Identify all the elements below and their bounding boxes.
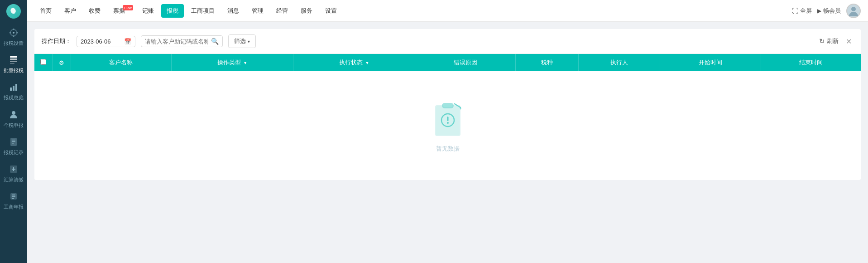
nav-item-guanli[interactable]: 管理 xyxy=(246,4,269,18)
sidebar-item-baoshui-zonlan[interactable]: 报税总览 xyxy=(0,77,27,104)
empty-state-illustration xyxy=(430,98,466,139)
refresh-label: 刷新 xyxy=(827,37,839,45)
date-picker[interactable]: 📅 xyxy=(77,36,135,47)
exec-status-sort-icon: ▼ xyxy=(365,61,369,65)
main-content: 首页 客户 收费 票据 new 记账 报税 工商项目 消息 管理 经营 服务 设… xyxy=(27,0,868,263)
th-customer-name: 客户名称 xyxy=(71,54,171,71)
th-operation-type[interactable]: 操作类型 ▼ xyxy=(171,54,293,71)
piaoju-badge: new xyxy=(123,5,133,11)
svg-rect-16 xyxy=(12,198,14,199)
svg-rect-11 xyxy=(12,143,14,144)
user-avatar[interactable] xyxy=(846,4,861,18)
video-icon: ▶ xyxy=(817,8,821,14)
annual-report-icon xyxy=(7,190,20,203)
sidebar-item-piliang-baoshui[interactable]: 批量报税 xyxy=(0,50,27,77)
sidebar-item-baoshui-jilu[interactable]: 报税记录 xyxy=(0,132,27,159)
topnav-right: ⛶ 全屏 ▶ 畅会员 xyxy=(792,4,861,18)
svg-rect-5 xyxy=(13,86,14,91)
svg-rect-24 xyxy=(447,117,448,121)
nav-item-shezhi[interactable]: 设置 xyxy=(320,4,342,18)
user-icon xyxy=(847,5,860,17)
nav-item-baoshui[interactable]: 报税 xyxy=(161,4,184,18)
sidebar-item-label-baoshui-zonlan: 报税总览 xyxy=(4,95,24,101)
sidebar-item-label-baoshui-jilu: 报税记录 xyxy=(4,150,24,156)
app-logo[interactable] xyxy=(0,0,27,23)
nav-items: 首页 客户 收费 票据 new 记账 报税 工商项目 消息 管理 经营 服务 设… xyxy=(34,4,792,18)
nav-item-jizhang[interactable]: 记账 xyxy=(137,4,159,18)
svg-rect-10 xyxy=(12,141,15,142)
refresh-icon: ↻ xyxy=(819,37,825,45)
nav-item-xiaoxi[interactable]: 消息 xyxy=(222,4,245,18)
logo-circle xyxy=(6,4,21,19)
sidebar-item-label-huisuan-qingjiao: 汇算清缴 xyxy=(4,177,24,183)
search-input[interactable] xyxy=(145,38,208,45)
nav-item-jingying[interactable]: 经营 xyxy=(271,4,293,18)
svg-rect-14 xyxy=(12,195,15,195)
sidebar-item-label-piliang-baoshui: 批量报税 xyxy=(4,68,24,73)
data-table-wrap: ⚙ 客户名称 操作类型 ▼ 执行状态 xyxy=(34,54,861,180)
nav-item-shoufei[interactable]: 收费 xyxy=(83,4,106,18)
search-icon[interactable]: 🔍 xyxy=(211,38,219,45)
content-card: 操作日期： 📅 🔍 筛选 ▾ ↻ xyxy=(34,29,861,180)
filter-label: 筛选 xyxy=(234,37,246,45)
th-end-time: 结束时间 xyxy=(761,54,861,71)
sidebar-item-geshui-shenbao[interactable]: 个税申报 xyxy=(0,105,27,132)
sidebar-item-label-baoshui-shezhi: 报税设置 xyxy=(4,40,24,46)
empty-state: 暂无数据 xyxy=(34,71,861,180)
empty-text: 暂无数据 xyxy=(436,145,460,153)
sidebar-item-gongshang-nianbao[interactable]: 工商年报 xyxy=(0,186,27,214)
individual-tax-icon xyxy=(7,108,20,121)
settings-icon xyxy=(7,26,20,39)
date-input[interactable] xyxy=(81,38,121,45)
fullscreen-label: 全屏 xyxy=(800,7,812,15)
svg-point-25 xyxy=(447,122,449,124)
th-start-time: 开始时间 xyxy=(660,54,761,71)
overview-icon xyxy=(7,81,20,93)
fullscreen-icon: ⛶ xyxy=(792,7,798,15)
nav-item-customer[interactable]: 客户 xyxy=(59,4,82,18)
th-executor: 执行人 xyxy=(579,54,660,71)
nav-item-piaoju[interactable]: 票据 new xyxy=(108,4,135,18)
sidebar-item-huisuan-qingjiao[interactable]: 汇算清缴 xyxy=(0,159,27,186)
fullscreen-button[interactable]: ⛶ 全屏 xyxy=(792,7,812,15)
toolbar: 操作日期： 📅 🔍 筛选 ▾ ↻ xyxy=(34,29,861,54)
svg-rect-9 xyxy=(12,140,15,141)
batch-tax-icon xyxy=(7,54,20,66)
nav-item-fuwu[interactable]: 服务 xyxy=(295,4,318,18)
select-all-checkbox[interactable] xyxy=(40,59,46,65)
page-body: 操作日期： 📅 🔍 筛选 ▾ ↻ xyxy=(27,22,868,263)
refresh-button[interactable]: ↻ 刷新 xyxy=(819,37,839,45)
table-header: ⚙ 客户名称 操作类型 ▼ 执行状态 xyxy=(34,54,861,71)
operation-type-sort-icon: ▼ xyxy=(243,61,247,65)
svg-rect-6 xyxy=(15,84,17,91)
top-navigation: 首页 客户 收费 票据 new 记账 报税 工商项目 消息 管理 经营 服务 设… xyxy=(27,0,868,22)
data-table: ⚙ 客户名称 操作类型 ▼ 执行状态 xyxy=(34,54,861,180)
member-label: 畅会员 xyxy=(823,7,841,15)
svg-rect-22 xyxy=(443,104,452,107)
th-gear: ⚙ xyxy=(53,54,71,71)
svg-rect-0 xyxy=(10,56,17,58)
svg-rect-2 xyxy=(10,61,17,62)
svg-point-7 xyxy=(12,111,15,115)
svg-point-18 xyxy=(851,7,856,11)
nav-item-home[interactable]: 首页 xyxy=(34,4,57,18)
th-exec-status[interactable]: 执行状态 ▼ xyxy=(293,54,415,71)
content-area: 操作日期： 📅 🔍 筛选 ▾ ↻ xyxy=(27,22,868,263)
logo-icon xyxy=(9,6,19,16)
date-label: 操作日期： xyxy=(42,37,71,45)
sidebar-item-baoshui-shezhi[interactable]: 报税设置 xyxy=(0,23,27,50)
th-error-reason: 错误原因 xyxy=(415,54,516,71)
svg-rect-3 xyxy=(10,63,14,64)
close-button[interactable]: ✕ xyxy=(844,35,854,48)
th-checkbox xyxy=(34,54,53,71)
calendar-icon: 📅 xyxy=(124,38,131,45)
column-settings-icon[interactable]: ⚙ xyxy=(59,59,64,66)
search-input-wrap[interactable]: 🔍 xyxy=(141,35,223,47)
sidebar: 报税设置 批量报税 报税总览 个税申报 报税记录 汇算清缴 工商 xyxy=(0,0,27,263)
th-tax-type: 税种 xyxy=(516,54,579,71)
sidebar-item-label-gongshang-nianbao: 工商年报 xyxy=(4,204,24,210)
chevron-down-icon: ▾ xyxy=(248,39,250,44)
member-button[interactable]: ▶ 畅会员 xyxy=(817,7,841,15)
nav-item-gongshang[interactable]: 工商项目 xyxy=(186,4,220,18)
filter-button[interactable]: 筛选 ▾ xyxy=(228,34,256,48)
